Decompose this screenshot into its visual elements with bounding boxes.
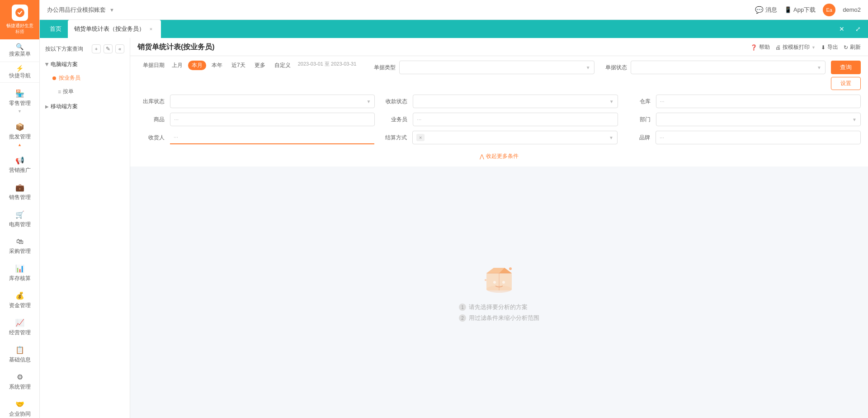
filter-row-2: 出库状态 ▼ 收款状态 ▼ 仓库 ··· <box>137 95 861 108</box>
operation-icon: 📈 <box>15 318 24 327</box>
topbar: 办公用品行业模拟账套 ▼ 💬 消息 📱 App下载 Ea demo2 <box>40 0 868 20</box>
date-tab-more[interactable]: 更多 <box>251 61 269 70</box>
sidebar-item-sales[interactable]: 💼 销售管理 <box>0 179 39 206</box>
sidebar-item-inventory-label: 库存核算 <box>9 275 31 282</box>
doc-type-arrow: ▼ <box>586 65 590 70</box>
template-print-label: 按模板打印 <box>783 43 810 51</box>
main-area: 办公用品行业模拟账套 ▼ 💬 消息 📱 App下载 Ea demo2 首页 销货… <box>40 0 868 418</box>
edit-scheme-btn[interactable]: ✎ <box>104 44 113 53</box>
settings-button[interactable]: 设置 <box>831 77 861 90</box>
collapse-btn[interactable]: ⋀ 收起更多条件 <box>474 151 524 162</box>
date-tab-this-year[interactable]: 本年 <box>208 61 226 70</box>
search-menu-label: 搜索菜单 <box>9 51 31 57</box>
refresh-label: 刷新 <box>850 43 861 51</box>
sidebar-item-ecommerce[interactable]: 🛒 电商管理 <box>0 206 39 233</box>
payment-status-input[interactable]: ▼ <box>413 95 618 108</box>
add-scheme-btn[interactable]: + <box>92 44 101 53</box>
consignee-input[interactable]: ··· <box>170 131 374 144</box>
tab-maximize-btn[interactable]: ⤢ <box>852 23 864 35</box>
doc-status-arrow: ▼ <box>817 65 821 70</box>
settlement-input[interactable]: × ▼ <box>412 131 618 144</box>
brand-input[interactable]: ··· <box>656 131 861 144</box>
export-btn[interactable]: ⬇ 导出 <box>821 43 838 51</box>
message-btn[interactable]: 💬 消息 <box>755 6 777 14</box>
avatar-text: Ea <box>826 7 832 13</box>
desktop-scheme-group: ▶ 电脑端方案 按业务员 ≡ 按单 <box>40 58 130 98</box>
wholesale-icon: 📦 <box>15 123 24 131</box>
svg-point-0 <box>15 8 24 17</box>
scheme-by-salesperson[interactable]: 按业务员 <box>40 71 130 85</box>
out-status-input[interactable]: ▼ <box>170 95 375 108</box>
wholesale-arrow: ▲ <box>18 142 22 147</box>
sidebar-item-operation[interactable]: 📈 经营管理 <box>0 314 39 341</box>
left-panel: 按以下方案查询 + ✎ « ▶ 电脑端方案 按业务员 ≡ 按单 <box>40 38 130 418</box>
dept-input[interactable]: ▼ <box>656 113 861 126</box>
help-btn[interactable]: ❓ 帮助 <box>750 43 770 51</box>
tab-home-label: 首页 <box>50 25 61 33</box>
empty-icon <box>476 260 522 296</box>
hint-num-2: 2 <box>459 314 466 322</box>
sidebar-item-marketing[interactable]: 📢 营销推广 <box>0 152 39 179</box>
settlement-arrow: ▼ <box>609 135 613 140</box>
page-header: 销货单统计表(按业务员) ❓ 帮助 🖨 按模板打印 ▼ ⬇ <box>130 38 868 56</box>
template-print-btn[interactable]: 🖨 按模板打印 ▼ <box>775 43 816 51</box>
hint-text-2: 用过滤条件来缩小分析范围 <box>469 314 539 322</box>
warehouse-input[interactable]: ··· <box>656 95 861 108</box>
order-scheme-icon: ≡ <box>58 89 61 95</box>
sidebar-item-finance[interactable]: 💰 资金管理 <box>0 287 39 314</box>
desktop-scheme-header[interactable]: ▶ 电脑端方案 <box>40 58 130 71</box>
svg-point-8 <box>502 281 505 284</box>
app-download-icon: 📱 <box>784 6 792 13</box>
date-tab-custom[interactable]: 自定义 <box>271 61 294 70</box>
payment-status-arrow: ▼ <box>609 99 614 104</box>
app-logo[interactable]: 畅捷通好生意 标搭 <box>0 0 39 39</box>
quick-nav[interactable]: ⚡ 快捷导航 <box>0 62 39 83</box>
sidebar-item-wholesale[interactable]: 📦 批发管理 ▲ <box>0 118 39 152</box>
date-tab-this-month[interactable]: 本月 <box>188 61 206 70</box>
svg-point-7 <box>493 281 496 284</box>
retail-icon: 🏪 <box>15 89 24 98</box>
workspace-dropdown-arrow[interactable]: ▼ <box>109 7 114 13</box>
collapse-panel-btn[interactable]: « <box>115 44 124 53</box>
sidebar-item-inventory[interactable]: 📊 库存核算 <box>0 260 39 287</box>
doc-type-input[interactable]: ▼ <box>399 61 594 74</box>
page-title: 销货单统计表(按业务员) <box>137 43 215 52</box>
mobile-scheme-header[interactable]: ▶ 移动端方案 <box>40 100 130 113</box>
search-menu[interactable]: 🔍 搜索菜单 <box>0 39 39 62</box>
sidebar-item-retail[interactable]: 🏪 零售管理 ▼ <box>0 85 39 118</box>
sidebar-item-basic[interactable]: 📋 基础信息 <box>0 341 39 368</box>
brand-label: 品牌 <box>623 134 650 142</box>
retail-arrow: ▼ <box>18 109 22 114</box>
tab-home[interactable]: 首页 <box>43 20 68 38</box>
settlement-tag-close[interactable]: × <box>419 135 422 140</box>
scheme-by-order[interactable]: ≡ 按单 <box>40 85 130 98</box>
doc-type-label: 单据类型 <box>368 64 396 71</box>
sidebar-item-system[interactable]: ⚙ 系统管理 <box>0 368 39 395</box>
app-download-btn[interactable]: 📱 App下载 <box>784 6 816 14</box>
goods-input[interactable]: ··· <box>170 113 375 126</box>
finance-icon: 💰 <box>15 291 24 300</box>
date-tab-last-month[interactable]: 上月 <box>168 61 186 70</box>
app-name: 畅捷通好生意 <box>6 23 33 28</box>
corp-icon: 🤝 <box>15 400 24 408</box>
sidebar-item-finance-label: 资金管理 <box>9 302 31 309</box>
salesperson-input[interactable]: ··· <box>413 113 618 126</box>
sidebar-item-corp[interactable]: 🤝 企业协同 <box>0 395 39 418</box>
sidebar-item-purchase[interactable]: 🛍 采购管理 <box>0 233 39 260</box>
query-button[interactable]: 查询 <box>831 61 861 74</box>
doc-status-input[interactable]: ▼ <box>631 61 826 74</box>
refresh-btn[interactable]: ↻ 刷新 <box>844 43 861 51</box>
tab-close-btn[interactable]: ✕ <box>835 23 848 35</box>
refresh-icon: ↻ <box>844 44 848 51</box>
empty-hint-2: 2 用过滤条件来缩小分析范围 <box>459 314 539 322</box>
sidebar-item-marketing-label: 营销推广 <box>9 166 31 174</box>
date-tab-7days[interactable]: 近7天 <box>228 61 249 70</box>
export-icon: ⬇ <box>821 44 826 51</box>
user-avatar[interactable]: Ea <box>823 4 835 16</box>
tab-close-icon[interactable]: × <box>147 25 155 33</box>
warehouse-label: 仓库 <box>623 98 651 105</box>
date-tabs: 上月 本月 本年 近7天 更多 自定义 2023-03-01 至 2023-03… <box>168 61 363 70</box>
hint-num-1: 1 <box>459 304 466 311</box>
mobile-scheme-arrow: ▶ <box>45 104 49 109</box>
tab-sales-stats[interactable]: 销货单统计表（按业务员） × <box>68 20 161 38</box>
